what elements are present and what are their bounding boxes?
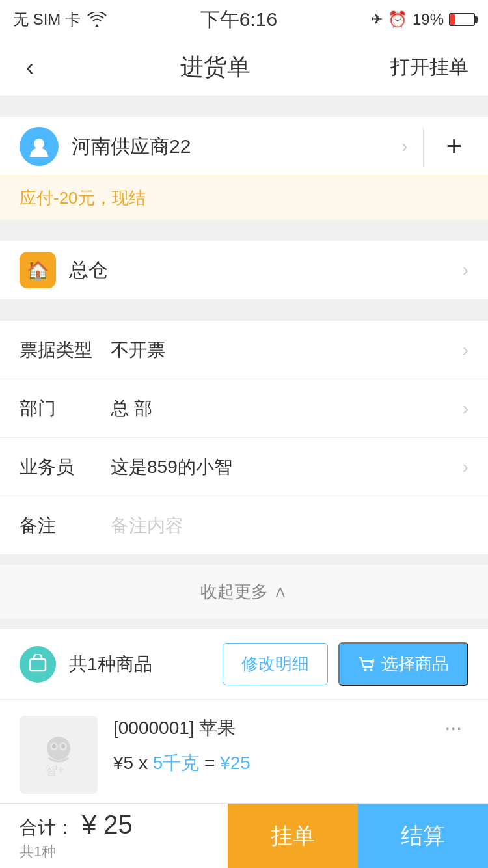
department-value: 总 部 bbox=[111, 396, 463, 421]
svg-point-2 bbox=[364, 668, 367, 671]
equals: = bbox=[204, 753, 220, 773]
product-code: [0000001] bbox=[113, 718, 199, 738]
checkout-label: 结算 bbox=[401, 821, 445, 851]
cart-icon bbox=[358, 657, 376, 672]
product-price: ¥5 x 5千克 = ¥25 bbox=[113, 751, 438, 776]
carrier-label: 无 SIM 卡 bbox=[13, 9, 81, 30]
hang-label: 挂单 bbox=[271, 821, 315, 851]
status-left: 无 SIM 卡 bbox=[13, 9, 107, 30]
notice-bar: 应付-20元，现结 bbox=[0, 176, 488, 220]
supplier-avatar bbox=[20, 127, 59, 166]
quantity: 5千克 bbox=[153, 753, 200, 773]
open-pending-button[interactable]: 打开挂单 bbox=[390, 54, 468, 81]
invoice-label: 票据类型 bbox=[20, 338, 111, 362]
page-title: 进货单 bbox=[180, 51, 251, 83]
supplier-section: 河南供应商22 › + 应付-20元，现结 bbox=[0, 117, 488, 220]
select-product-button[interactable]: 选择商品 bbox=[338, 642, 468, 686]
warehouse-row[interactable]: 🏠 总仓 › bbox=[0, 241, 488, 299]
product-info: [0000001] 苹果 ¥5 x 5千克 = ¥25 bbox=[113, 716, 438, 776]
warehouse-section: 🏠 总仓 › bbox=[0, 241, 488, 299]
supplier-chevron-icon: › bbox=[401, 136, 407, 157]
svg-point-0 bbox=[34, 139, 44, 149]
invoice-chevron-icon: › bbox=[463, 340, 468, 360]
collapse-bar[interactable]: 收起更多 ∧ bbox=[0, 565, 488, 619]
warehouse-name: 总仓 bbox=[69, 257, 463, 284]
wifi-icon bbox=[87, 12, 107, 27]
remark-row[interactable]: 备注 备注内容 bbox=[0, 496, 488, 554]
product-name: [0000001] 苹果 bbox=[113, 716, 438, 740]
supplier-row[interactable]: 河南供应商22 › + bbox=[0, 117, 488, 176]
svg-rect-1 bbox=[30, 659, 46, 671]
alarm-icon: ⏰ bbox=[388, 10, 407, 29]
product-thumbnail: 智+ bbox=[20, 716, 98, 794]
battery-label: 19% bbox=[413, 10, 444, 29]
staff-row[interactable]: 业务员 这是859的小智 › bbox=[0, 437, 488, 496]
total-label: 合计： bbox=[20, 815, 74, 840]
footer: 合计： ¥ 25 共1种 挂单 结算 bbox=[0, 803, 488, 868]
staff-label: 业务员 bbox=[20, 455, 111, 480]
total-amount: ¥ 25 bbox=[82, 810, 133, 839]
battery-icon bbox=[449, 13, 475, 26]
department-row[interactable]: 部门 总 部 › bbox=[0, 379, 488, 437]
form-section: 票据类型 不开票 › 部门 总 部 › 业务员 这是859的小智 › 备注 备注… bbox=[0, 320, 488, 554]
svg-point-7 bbox=[52, 744, 56, 748]
unit-price: ¥5 x bbox=[113, 753, 153, 773]
product-icon bbox=[20, 646, 56, 683]
status-right: ✈ ⏰ 19% bbox=[371, 10, 475, 29]
collapse-label: 收起更多 ∧ bbox=[200, 582, 287, 601]
remark-label: 备注 bbox=[20, 513, 111, 538]
select-product-label: 选择商品 bbox=[381, 653, 449, 675]
department-chevron-icon: › bbox=[463, 398, 468, 419]
svg-point-4 bbox=[47, 737, 70, 760]
notice-text: 应付-20元，现结 bbox=[20, 188, 146, 208]
svg-point-3 bbox=[370, 668, 373, 671]
checkout-button[interactable]: 结算 bbox=[358, 804, 488, 868]
product-header: 共1种商品 修改明细 选择商品 bbox=[0, 629, 488, 699]
status-bar: 无 SIM 卡 下午6:16 ✈ ⏰ 19% bbox=[0, 0, 488, 39]
product-count: 共1种商品 bbox=[69, 652, 223, 677]
divider bbox=[423, 127, 424, 166]
svg-text:智+: 智+ bbox=[46, 764, 64, 777]
location-icon: ✈ bbox=[371, 11, 383, 28]
remark-input[interactable]: 备注内容 bbox=[111, 513, 468, 538]
item-total: ¥25 bbox=[220, 753, 251, 773]
product-section: 共1种商品 修改明细 选择商品 bbox=[0, 629, 488, 809]
warehouse-icon: 🏠 bbox=[20, 252, 56, 288]
back-button[interactable]: ‹ bbox=[20, 47, 40, 88]
hang-button[interactable]: 挂单 bbox=[228, 804, 358, 868]
product-title: 苹果 bbox=[199, 718, 236, 738]
staff-chevron-icon: › bbox=[463, 457, 468, 478]
add-supplier-button[interactable]: + bbox=[439, 131, 468, 162]
invoice-row[interactable]: 票据类型 不开票 › bbox=[0, 320, 488, 379]
edit-detail-button[interactable]: 修改明细 bbox=[223, 643, 328, 685]
warehouse-chevron-icon: › bbox=[463, 260, 468, 280]
product-more-button[interactable]: ··· bbox=[438, 716, 468, 740]
staff-value: 这是859的小智 bbox=[111, 455, 463, 480]
total-sub: 共1种 bbox=[20, 843, 56, 860]
svg-point-8 bbox=[61, 744, 65, 748]
footer-total: 合计： ¥ 25 共1种 bbox=[0, 804, 228, 868]
nav-bar: ‹ 进货单 打开挂单 bbox=[0, 39, 488, 96]
department-label: 部门 bbox=[20, 396, 111, 421]
invoice-value: 不开票 bbox=[111, 338, 463, 362]
supplier-name: 河南供应商22 bbox=[72, 133, 401, 160]
product-item: 智+ [0000001] 苹果 ¥5 x 5千克 = ¥25 ··· bbox=[0, 699, 488, 809]
status-time: 下午6:16 bbox=[200, 7, 277, 33]
